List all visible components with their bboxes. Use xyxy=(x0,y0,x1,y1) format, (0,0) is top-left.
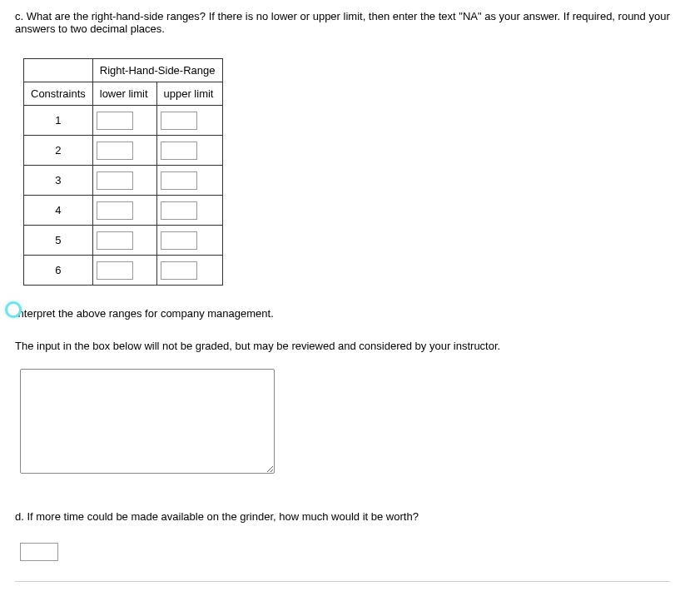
constraint-label: 6 xyxy=(24,256,93,286)
interpretation-textarea[interactable] xyxy=(20,369,275,474)
table-header-constraints: Constraints xyxy=(24,82,93,106)
footer-divider xyxy=(15,581,670,582)
table-row: 5 xyxy=(24,226,223,256)
upper-limit-input-2[interactable] xyxy=(161,142,197,160)
table-header-upper: upper limit xyxy=(156,82,222,106)
table-row: 4 xyxy=(24,196,223,226)
part-d-prompt: d. If more time could be made available … xyxy=(15,510,670,523)
page-edge-marker xyxy=(5,301,22,318)
upper-limit-input-3[interactable] xyxy=(161,171,197,190)
upper-limit-input-1[interactable] xyxy=(161,112,197,130)
lower-limit-input-3[interactable] xyxy=(97,171,133,190)
constraint-label: 3 xyxy=(24,166,93,196)
grading-note: The input in the box below will not be g… xyxy=(15,340,670,352)
lower-limit-input-4[interactable] xyxy=(97,201,133,220)
lower-limit-input-5[interactable] xyxy=(97,231,133,250)
upper-limit-input-6[interactable] xyxy=(161,261,197,280)
part-c-prompt: c. What are the right-hand-side ranges? … xyxy=(15,10,670,35)
table-header-range: Right-Hand-Side-Range xyxy=(92,59,222,82)
table-row: 1 xyxy=(24,106,223,136)
table-header-lower: lower limit xyxy=(92,82,156,106)
constraint-label: 4 xyxy=(24,196,93,226)
interpret-prompt: Interpret the above ranges for company m… xyxy=(15,307,670,320)
table-row: 3 xyxy=(24,166,223,196)
upper-limit-input-5[interactable] xyxy=(161,231,197,250)
table-row: 6 xyxy=(24,256,223,286)
rhs-range-table: Right-Hand-Side-Range Constraints lower … xyxy=(23,58,223,286)
table-header-blank xyxy=(24,59,93,82)
constraint-label: 5 xyxy=(24,226,93,256)
upper-limit-input-4[interactable] xyxy=(161,201,197,220)
part-d-input[interactable] xyxy=(20,543,58,561)
constraint-label: 1 xyxy=(24,106,93,136)
lower-limit-input-2[interactable] xyxy=(97,142,133,160)
constraint-label: 2 xyxy=(24,136,93,166)
table-row: 2 xyxy=(24,136,223,166)
lower-limit-input-6[interactable] xyxy=(97,261,133,280)
lower-limit-input-1[interactable] xyxy=(97,112,133,130)
